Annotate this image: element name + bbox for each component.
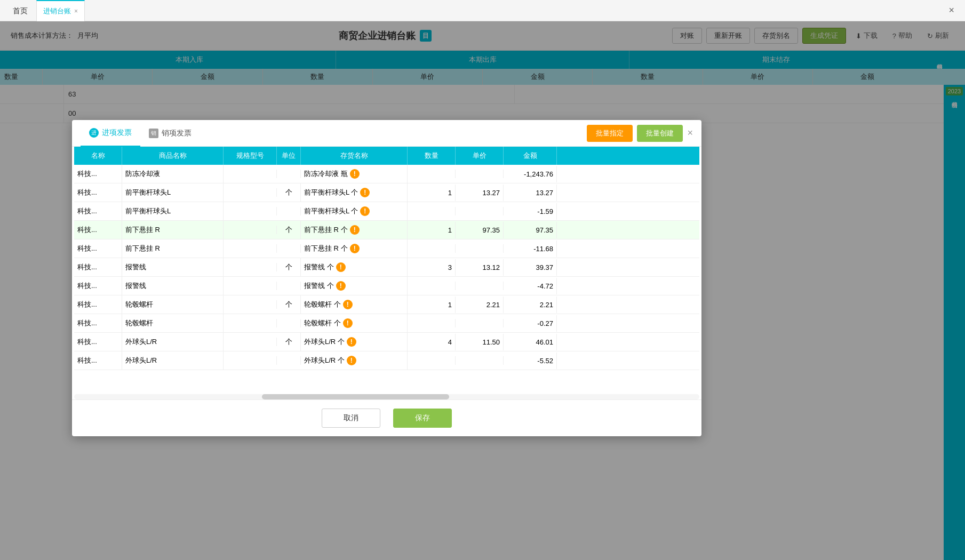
tab-home[interactable]: 首页 — [4, 0, 36, 21]
cell-name: 科技... — [74, 314, 122, 332]
modal-footer: 取消 保存 — [72, 399, 701, 436]
warn-icon: ! — [360, 188, 370, 197]
cell-price: 11.50 — [456, 334, 504, 350]
table-row[interactable]: 科技... 报警线 报警线 个 ! -4.72 — [74, 277, 699, 295]
cell-spec — [224, 263, 277, 271]
cell-qty — [408, 244, 456, 253]
table-row[interactable]: 科技... 轮毂螺杆 个 轮毂螺杆 个 ! 1 2.21 2.21 — [74, 295, 699, 314]
tab-outgoing-invoice[interactable]: 销 销项发票 — [140, 120, 200, 147]
tab-active-label: 进销台账 — [43, 1, 71, 22]
tab-close-icon[interactable]: × — [74, 1, 78, 22]
batch-assign-button[interactable]: 批量指定 — [587, 125, 633, 142]
warn-icon: ! — [350, 225, 360, 235]
cell-name: 科技... — [74, 239, 122, 258]
cell-price — [456, 282, 504, 290]
outgoing-tab-icon: 销 — [149, 129, 158, 138]
cell-unit: 个 — [277, 183, 301, 202]
cell-name: 科技... — [74, 277, 122, 295]
cell-price: 13.27 — [456, 185, 504, 201]
incoming-tab-label: 进项发票 — [102, 128, 132, 138]
cell-stock: 前下悬挂 R 个 ! — [301, 221, 408, 239]
modal-table-header: 名称 商品名称 规格型号 单位 存货名称 数量 单价 金额 — [74, 147, 699, 165]
cell-stock: 报警线 个 ! — [301, 258, 408, 276]
scrollbar-thumb — [262, 394, 450, 399]
cell-product: 报警线 — [122, 277, 224, 295]
cell-qty — [408, 282, 456, 290]
cell-spec — [224, 170, 277, 178]
cell-unit — [277, 207, 301, 215]
cell-stock: 防冻冷却液 瓶 ! — [301, 165, 408, 183]
col-header-unit: 单位 — [277, 147, 301, 165]
cell-product: 防冻冷却液 — [122, 165, 224, 183]
modal-table: 名称 商品名称 规格型号 单位 存货名称 数量 单价 金额 科技... 防冻冷却… — [74, 147, 699, 394]
table-row[interactable]: 科技... 报警线 个 报警线 个 ! 3 13.12 39.37 — [74, 258, 699, 277]
cell-price — [456, 319, 504, 327]
modal-close-button[interactable]: × — [687, 127, 693, 139]
cell-product: 报警线 — [122, 258, 224, 276]
cell-product: 前下悬挂 R — [122, 221, 224, 239]
modal-header-right: 批量指定 批量创建 × — [587, 125, 693, 142]
table-row[interactable]: 科技... 前平衡杆球头L 个 前平衡杆球头L 个 ! 1 13.27 13.2… — [74, 183, 699, 202]
cell-spec — [224, 338, 277, 346]
cell-qty: 1 — [408, 222, 456, 238]
tab-incoming-invoice[interactable]: 进 进项发票 — [81, 120, 140, 147]
cell-stock: 外球头L/R 个 ! — [301, 333, 408, 351]
cell-qty: 3 — [408, 259, 456, 276]
cell-spec — [224, 226, 277, 234]
cell-stock: 前下悬挂 R 个 ! — [301, 239, 408, 258]
table-row[interactable]: 科技... 防冻冷却液 防冻冷却液 瓶 ! -1,243.76 — [74, 165, 699, 183]
cell-unit: 个 — [277, 333, 301, 351]
cell-amount: 97.35 — [504, 222, 557, 238]
table-row[interactable]: 科技... 前下悬挂 R 前下悬挂 R 个 ! -11.68 — [74, 239, 699, 258]
tab-active[interactable]: 进销台账 × — [36, 0, 85, 21]
cell-name: 科技... — [74, 202, 122, 220]
save-button[interactable]: 保存 — [393, 409, 452, 428]
cell-stock: 前平衡杆球头L 个 ! — [301, 202, 408, 220]
table-row[interactable]: 科技... 前平衡杆球头L 前平衡杆球头L 个 ! -1.59 — [74, 202, 699, 221]
table-row[interactable]: 科技... 轮毂螺杆 轮毂螺杆 个 ! -0.27 — [74, 314, 699, 333]
cell-spec — [224, 319, 277, 327]
modal-table-scroll[interactable]: 科技... 防冻冷却液 防冻冷却液 瓶 ! -1,243.76 科技... 前平… — [74, 165, 699, 394]
batch-create-button[interactable]: 批量创建 — [637, 125, 683, 142]
cell-price — [456, 244, 504, 253]
cell-product: 前平衡杆球头L — [122, 202, 224, 220]
cell-qty — [408, 319, 456, 327]
cell-qty: 1 — [408, 185, 456, 201]
cell-amount: 39.37 — [504, 259, 557, 276]
cell-stock: 报警线 个 ! — [301, 277, 408, 295]
horizontal-scrollbar[interactable] — [74, 394, 699, 399]
incoming-tab-icon: 进 — [89, 128, 99, 138]
col-header-stock: 存货名称 — [301, 147, 408, 165]
cell-name: 科技... — [74, 221, 122, 239]
cell-qty — [408, 170, 456, 178]
warn-icon: ! — [360, 206, 370, 216]
table-row[interactable]: 科技... 前下悬挂 R 个 前下悬挂 R 个 ! 1 97.35 97.35 — [74, 221, 699, 239]
window-close-button[interactable]: × — [942, 5, 961, 16]
warn-icon: ! — [343, 300, 353, 309]
cell-spec — [224, 207, 277, 215]
cell-unit — [277, 319, 301, 327]
cell-unit — [277, 170, 301, 178]
cell-name: 科技... — [74, 295, 122, 314]
cell-spec — [224, 188, 277, 197]
cell-name: 科技... — [74, 258, 122, 276]
cell-name: 科技... — [74, 333, 122, 351]
table-row[interactable]: 科技... 外球头L/R 个 外球头L/R 个 ! 4 11.50 46.01 — [74, 333, 699, 351]
main-area: 销售成本计算方法： 月平均 商贸企业进销台账 目 对账 重新开账 存货别名 生成… — [0, 21, 965, 560]
cell-unit — [277, 356, 301, 365]
cell-amount: 13.27 — [504, 185, 557, 201]
cell-spec — [224, 282, 277, 290]
cell-amount: 2.21 — [504, 297, 557, 313]
cell-price: 13.12 — [456, 259, 504, 276]
cell-amount: -5.52 — [504, 353, 557, 369]
cell-product: 轮毂螺杆 — [122, 295, 224, 314]
cell-product: 前平衡杆球头L — [122, 183, 224, 202]
warn-icon: ! — [336, 281, 346, 291]
col-header-name: 名称 — [74, 147, 122, 165]
col-header-amount: 金额 — [504, 147, 557, 165]
cell-unit — [277, 282, 301, 290]
table-row[interactable]: 科技... 外球头L/R 外球头L/R 个 ! -5.52 — [74, 351, 699, 370]
warn-icon: ! — [347, 337, 356, 347]
cancel-button[interactable]: 取消 — [322, 409, 380, 428]
col-header-product: 商品名称 — [122, 147, 224, 165]
